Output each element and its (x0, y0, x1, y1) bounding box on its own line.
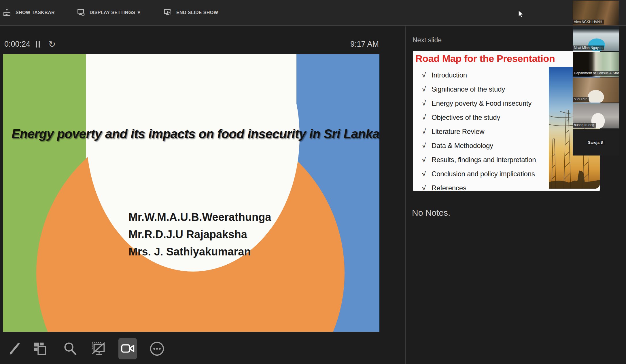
restart-icon: ↻ (48, 39, 56, 49)
display-settings-label: DISPLAY SETTINGS ▼ (90, 10, 141, 15)
participant-video[interactable]: Vien NCKH HVNH (573, 1, 619, 25)
check-mark: √ (413, 156, 432, 164)
show-taskbar-button[interactable]: SHOW TASKBAR (3, 0, 55, 25)
list-item-text: Literature Review (432, 128, 484, 136)
list-item-text: Energy poverty & Food insecurity (432, 99, 532, 107)
top-toolbar: SHOW TASKBAR DISPLAY SETTINGS ▼ (0, 0, 626, 26)
restart-timer-button[interactable]: ↻ (48, 39, 56, 49)
timer-elapsed: 0:00:24 (4, 40, 30, 49)
end-slide-show-button[interactable]: END SLIDE SHOW (164, 0, 218, 25)
participant-name: huong truong (573, 123, 596, 128)
current-slide[interactable]: Energy poverty and its impacts on food i… (3, 54, 379, 332)
participant-name: Saroja S (587, 140, 605, 145)
next-slide-label: Next slide (413, 36, 442, 44)
participant-name: Nhat Minh Nguyen (573, 46, 604, 50)
check-mark: √ (413, 99, 432, 107)
check-mark: √ (413, 113, 432, 122)
participant-video[interactable]: Nhat Minh Nguyen (573, 26, 619, 51)
camera-icon (119, 340, 136, 357)
display-settings-icon (77, 8, 86, 17)
next-slide-list-item: √Results, findings and interpretation (413, 155, 549, 164)
check-mark: √ (413, 71, 432, 79)
participant-name: s360092 (573, 97, 589, 102)
ellipsis-icon (149, 340, 165, 357)
toggle-camera-button[interactable] (118, 338, 137, 359)
participant-video[interactable]: Saroja S (573, 129, 619, 156)
pause-icon (35, 41, 41, 48)
presenter-view: SHOW TASKBAR DISPLAY SETTINGS ▼ (0, 0, 626, 364)
list-item-text: Data & Methodology (432, 142, 493, 150)
next-slide-list-item: √Significance of the study (413, 85, 549, 94)
show-taskbar-label: SHOW TASKBAR (16, 10, 55, 15)
taskbar-icon (3, 8, 12, 17)
list-item-text: Objectives of the study (432, 113, 500, 122)
next-slide-list-item: √Introduction (413, 71, 549, 80)
black-screen-button[interactable] (89, 338, 108, 359)
mouse-cursor (517, 10, 524, 18)
participant-name: Vien NCKH HVNH (573, 20, 604, 24)
notes-divider (412, 197, 600, 197)
next-slide-title: Road Map for the Presentation (415, 53, 565, 64)
end-slide-show-label: END SLIDE SHOW (176, 10, 218, 15)
slide-graphics (3, 54, 379, 332)
slide-authors: Mr.W.M.A.U.B.WeerathungaMr.R.D.J.U Rajap… (128, 208, 271, 260)
list-item-text: Results, findings and interpretation (432, 156, 536, 164)
check-mark: √ (413, 85, 432, 93)
participant-video[interactable]: s360092 (573, 77, 619, 103)
author-line: Mr.W.M.A.U.B.Weerathunga (128, 208, 271, 226)
black-screen-icon (90, 340, 107, 357)
next-slide-list-item: √References (413, 183, 549, 191)
more-options-button[interactable] (148, 338, 166, 359)
see-all-slides-button[interactable] (31, 338, 50, 359)
next-slide-list-item: √Literature Review (413, 127, 549, 136)
check-mark: √ (413, 142, 432, 150)
pen-icon (6, 340, 23, 357)
next-slide-list-item: √Conclusion and policy implications (413, 169, 549, 179)
next-slide-list-item: √Objectives of the study (413, 113, 549, 122)
check-mark: √ (413, 184, 432, 191)
author-line: Mr.R.D.J.U Rajapaksha (128, 226, 271, 243)
notes-text: No Notes. (412, 208, 450, 218)
check-mark: √ (413, 170, 432, 178)
clock: 9:17 AM (321, 40, 379, 49)
participant-name: Department of Census & Statistics (573, 71, 619, 76)
participant-video[interactable]: Department of Census & Statistics (573, 52, 619, 77)
list-item-text: Introduction (432, 71, 467, 79)
zoom-slide-button[interactable] (61, 338, 79, 359)
pen-tool-button[interactable] (5, 338, 24, 359)
list-item-text: Conclusion and policy implications (432, 170, 535, 178)
next-slide-preview[interactable]: Road Map for the Presentation √Introduct… (413, 51, 600, 191)
slide-sorter-icon (32, 340, 49, 357)
display-settings-button[interactable]: DISPLAY SETTINGS ▼ (77, 0, 141, 25)
author-line: Mrs. J. Sathiyakumaran (128, 243, 271, 260)
next-slide-list-item: √Data & Methodology (413, 141, 549, 150)
panel-divider (405, 26, 406, 364)
participant-video[interactable]: huong truong (573, 103, 619, 128)
pause-timer-button[interactable] (35, 41, 41, 49)
check-mark: √ (413, 128, 432, 136)
end-slide-show-icon (164, 8, 172, 17)
list-item-text: Significance of the study (432, 85, 505, 93)
list-item-text: References (432, 184, 466, 191)
magnifier-icon (62, 340, 78, 357)
slide-title: Energy poverty and its impacts on food i… (12, 127, 371, 141)
next-slide-list-item: √Energy poverty & Food insecurity (413, 99, 549, 108)
